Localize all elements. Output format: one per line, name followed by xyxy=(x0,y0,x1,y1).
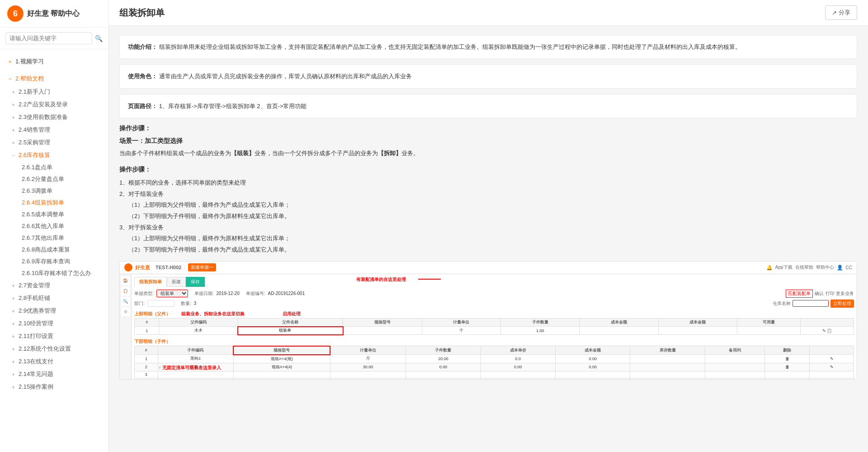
annotation-has-bom: 有装配清单的在这里处理 xyxy=(355,276,407,283)
table-row: 3 xyxy=(135,371,854,378)
screenshot-container: 好生意 TEST-H002 | 新建单据一 🔔 App下载 在线帮助 帮助中心 … xyxy=(119,261,857,380)
sidebar-item-purchase[interactable]: ＋ 2.5采购管理 xyxy=(7,136,108,149)
app-btn-confirm-warehouse[interactable]: 立即处理 xyxy=(830,300,854,308)
nav-children-2: ＋ 2.1新手入门 ＋ 2.2产品安装及登录 ＋ 2.3使用前数据准备 ＋ 2.… xyxy=(0,86,108,393)
app-input-warehouse[interactable] xyxy=(793,300,829,307)
app-th-parent-name: 父件名称 xyxy=(238,318,343,327)
app-bottom-section-label-wrap: 下部明细（子件） xyxy=(134,337,854,345)
sidebar-item-coupon[interactable]: ＋ 2.9优惠券管理 xyxy=(7,305,108,317)
sidebar-item-cases[interactable]: ＋ 2.15操作案例 xyxy=(7,381,108,393)
sidebar-item-video-learning[interactable]: ＋ 1.视频学习 xyxy=(0,55,108,68)
steps-content: 1、根据不同的业务，选择不同单据的类型来处理 2、对于组装业务 （1）上部明细为… xyxy=(119,177,857,256)
sidebar-item-sales[interactable]: ＋ 2.4销售管理 xyxy=(7,124,108,136)
app-tab-new[interactable]: 新建 xyxy=(167,277,186,287)
app-tab-save[interactable]: 保存 xyxy=(186,277,205,287)
sidebar-item-ledger-error[interactable]: 2.6.10库存账本错了怎么办 xyxy=(7,267,108,279)
sidebar-item-inventory[interactable]: － 2.6库存核算 xyxy=(7,149,108,162)
app-bth-unit: 子件数量 xyxy=(406,346,481,355)
plus-icon-214: ＋ xyxy=(11,371,16,378)
func-intro-label: 功能介绍： xyxy=(128,43,157,50)
sidebar-item-mobile[interactable]: ＋ 2.8手机旺铺 xyxy=(7,292,108,305)
func-intro-block: 功能介绍： 组装拆卸单用来处理企业组装或拆卸等加工业务，支持有固定装配清单的产品… xyxy=(119,35,857,59)
app-form-row-2: 部门: 数量: 3 仓库名称 立即处理 xyxy=(134,300,854,308)
role-text: 通常由生产人员或库管人员完成拆装业务的操作，库管人员确认原材料的出库和产成品的入… xyxy=(159,73,412,80)
app-label-appstore: App下载 xyxy=(775,264,793,271)
func-intro-text: 组装拆卸单用来处理企业组装或拆卸等加工业务，支持有固定装配清单的产品加工业务，也… xyxy=(159,43,741,50)
annotation-arrow-line-1 xyxy=(418,279,441,280)
sidebar-item-help-docs[interactable]: － 2.帮助文档 xyxy=(0,72,108,86)
app-label-print: 打印 更多业务 xyxy=(826,290,854,297)
sidebar-item-data-prep[interactable]: ＋ 2.3使用前数据准备 xyxy=(7,111,108,124)
app-th-action xyxy=(800,318,854,327)
app-bth-seq: # xyxy=(135,346,158,355)
plus-icon-23: ＋ xyxy=(11,114,16,121)
sidebar-item-newbie[interactable]: ＋ 2.1新手入门 xyxy=(7,86,108,98)
search-input[interactable] xyxy=(5,32,92,44)
sidebar-item-other-outbound[interactable]: 2.6.7其他出库单 xyxy=(7,232,108,244)
sidebar-item-other-inbound[interactable]: 2.6.6其他入库单 xyxy=(7,220,108,232)
sidebar-item-payment[interactable]: ＋ 2.13在线支付 xyxy=(7,355,108,368)
sidebar-item-personalize[interactable]: ＋ 2.12系统个性化设置 xyxy=(7,343,108,355)
plus-icon-22: ＋ xyxy=(11,101,16,108)
app-tab-assembly-order[interactable]: 组装拆卸单 xyxy=(134,277,167,287)
app-logo xyxy=(124,263,132,271)
sidebar-item-faq[interactable]: ＋ 2.14常见问题 xyxy=(7,368,108,381)
app-select-type[interactable]: 组装单 拆卸单 xyxy=(156,290,188,297)
path-text: 1、库存核算->库存管理->组装拆卸单 2、首页->常用功能 xyxy=(159,103,307,109)
sidebar-item-stocktake[interactable]: 2.6.1盘点单 xyxy=(7,162,108,173)
plus-icon-213: ＋ xyxy=(11,358,16,365)
plus-icon-211: ＋ xyxy=(11,333,16,340)
app-separator: | xyxy=(184,265,185,270)
sidebar-item-transfer[interactable]: 2.6.3调拨单 xyxy=(7,185,108,197)
sidebar-item-partial-stocktake[interactable]: 2.6.2分量盘点单 xyxy=(7,173,108,185)
sidebar-item-install[interactable]: ＋ 2.2产品安装及登录 xyxy=(7,98,108,111)
plus-icon-27: ＋ xyxy=(11,282,16,289)
app-form-row-1: 单据类型: 组装单 拆卸单 单据日期: 2019-12-20 单据编号: AD-… xyxy=(134,290,854,298)
app-bth-remark: 备用列 xyxy=(705,346,764,355)
role-label: 使用角色： xyxy=(128,73,157,80)
sidebar-item-inventory-ledger[interactable]: 2.6.9库存账本查询 xyxy=(7,256,108,267)
sidebar-item-assembly[interactable]: 2.6.4组装拆卸单 xyxy=(7,197,108,209)
annotation-no-bom: ↑ 无固定清单可组装在这里录入 xyxy=(159,365,221,371)
app-label-warehouse: 仓库名称 xyxy=(773,300,791,307)
path-label: 页面路径： xyxy=(128,103,157,109)
sidebar-item-finance[interactable]: ＋ 2.7资金管理 xyxy=(7,279,108,292)
sidebar-item-operations[interactable]: ＋ 2.10经营管理 xyxy=(7,317,108,330)
app-store-id: TEST-H002 xyxy=(156,265,181,270)
main-content: 组装拆卸单 ↗ 分享 功能介绍： 组装拆卸单用来处理企业组装或拆卸等加工业务，支… xyxy=(108,0,868,452)
search-icon[interactable]: 🔍 xyxy=(95,35,103,42)
app-label-count: 数量: xyxy=(181,300,191,307)
step3-sub2: （2）下部明细为子件明细，最终作为产成品生成某它入库单。 xyxy=(128,244,857,256)
table-row: 2 黑枸 2 规格A+4(4) 30.00 0.00 0.00 0.00 xyxy=(135,363,854,371)
logo-icon: 6 xyxy=(7,5,24,22)
app-label-docno: 单据编号: xyxy=(246,290,265,297)
app-avatar: 👤 xyxy=(837,265,843,271)
plus-icon-21: ＋ xyxy=(11,89,16,95)
step3-sub1: （1）上部明细为父件明细，最终作为原材料生成某它出库单； xyxy=(128,233,857,244)
sidebar-item-print[interactable]: ＋ 2.11打印设置 xyxy=(7,330,108,343)
app-topbar-right: 🔔 App下载 在线帮助 帮助中心 👤 CC xyxy=(766,264,852,271)
app-th-cost: 成本金额 xyxy=(580,318,658,327)
app-input-parent-name[interactable] xyxy=(279,328,302,333)
logo-title: 好生意 帮助中心 xyxy=(27,9,80,19)
path-block: 页面路径： 1、库存核算->库存管理->组装拆卸单 2、首页->常用功能 xyxy=(119,94,857,118)
app-icon-docs: 📋 xyxy=(121,286,130,295)
app-new-doc-btn[interactable]: 新建单据一 xyxy=(188,263,216,271)
app-th-parent-code: 父件编码 xyxy=(159,318,238,327)
sidebar-section-2: － 2.帮助文档 ＋ 2.1新手入门 ＋ 2.2产品安装及登录 ＋ 2.3使用前… xyxy=(0,70,108,395)
plus-icon-215: ＋ xyxy=(11,384,16,390)
app-btn-match-bom[interactable]: 匹配装配单 xyxy=(786,290,813,298)
steps-title: 操作步骤： xyxy=(119,166,857,174)
table-row: 1 黑枸1 规格A+4(规) 斤 20.00 0.0 0.00 🗑 xyxy=(135,355,854,363)
scene1-desc: 当由多个子件材料组装成一个成品的业务为【组装】业务，当由一个父件拆分成多个子产品… xyxy=(119,148,857,159)
app-th-qty: 子件数量 xyxy=(501,318,580,327)
plus-icon-29: ＋ xyxy=(11,308,16,314)
app-bth-qty: 成本单价 xyxy=(481,346,555,355)
app-annotation-enable: 启用处理 xyxy=(283,311,301,316)
sidebar: 6 好生意 帮助中心 🔍 ＋ 1.视频学习 － 2.帮助文档 ＋ 2.1新手入门 xyxy=(0,0,108,452)
sidebar-item-cost-recalc[interactable]: 2.6.8商品成本重算 xyxy=(7,244,108,256)
share-button[interactable]: ↗ 分享 xyxy=(825,5,857,20)
sidebar-item-cost-adjust[interactable]: 2.6.5成本调整单 xyxy=(7,209,108,220)
app-th-available: 可用量 xyxy=(737,318,801,327)
app-input-dept[interactable] xyxy=(147,300,175,307)
